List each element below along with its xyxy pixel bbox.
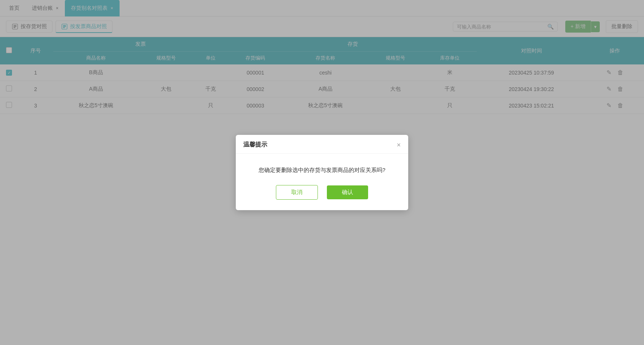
dialog-overlay: 温馨提示 × 您确定要删除选中的存货与发票商品的对应关系吗? 取消 确认 (0, 0, 644, 345)
btn-confirm[interactable]: 确认 (327, 185, 368, 199)
dialog-footer: 取消 确认 (236, 185, 408, 210)
btn-cancel[interactable]: 取消 (276, 185, 318, 200)
confirm-dialog: 温馨提示 × 您确定要删除选中的存货与发票商品的对应关系吗? 取消 确认 (236, 135, 408, 210)
dialog-message: 您确定要删除选中的存货与发票商品的对应关系吗? (259, 167, 385, 173)
btn-cancel-label: 取消 (291, 189, 303, 195)
btn-confirm-label: 确认 (342, 189, 353, 195)
dialog-body: 您确定要删除选中的存货与发票商品的对应关系吗? (236, 154, 408, 185)
main-content: 按存货对照 按发票商品对照 🔍 + 新增 ▾ (0, 16, 644, 345)
dialog-close-icon[interactable]: × (397, 142, 401, 148)
dialog-title: 温馨提示 (243, 141, 267, 149)
dialog-header: 温馨提示 × (236, 135, 408, 154)
